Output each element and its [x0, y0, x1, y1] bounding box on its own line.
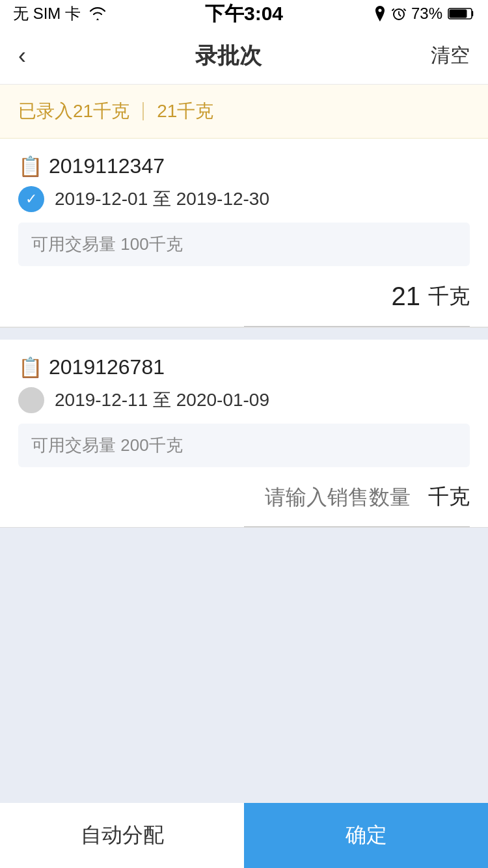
info-divider — [142, 102, 144, 120]
status-left: 无 SIM 卡 — [13, 3, 108, 24]
available-text-2: 可用交易量 200千克 — [31, 435, 183, 455]
radio-button-2[interactable] — [18, 387, 44, 413]
batch-id-2: 2019126781 — [49, 355, 165, 379]
location-icon — [373, 6, 386, 21]
available-text-1: 可用交易量 100千克 — [31, 234, 183, 254]
page-title: 录批次 — [195, 41, 262, 71]
batch-header-1: 📋 2019112347 — [18, 154, 470, 178]
wifi-icon — [87, 7, 108, 21]
quantity-value-1: 21 — [392, 282, 421, 311]
section-divider — [0, 328, 488, 340]
status-right: 73% — [373, 5, 475, 23]
batch-date-row-2[interactable]: 2019-12-11 至 2020-01-09 — [18, 387, 470, 413]
batch-date-row-1[interactable]: ✓ 2019-12-01 至 2019-12-30 — [18, 186, 470, 212]
available-box-2: 可用交易量 200千克 — [18, 424, 470, 467]
battery-percent: 73% — [411, 5, 442, 23]
batch-item-2: 📋 2019126781 2019-12-11 至 2020-01-09 可用交… — [0, 340, 488, 467]
confirm-button[interactable]: 确定 — [244, 803, 488, 868]
batch-date-1: 2019-12-01 至 2019-12-30 — [55, 187, 269, 211]
back-button[interactable]: ‹ — [18, 44, 26, 68]
total-value: 21千克 — [157, 99, 213, 124]
quantity-unit-1: 千克 — [428, 282, 470, 311]
quantity-row-1: 21 千克 — [0, 266, 488, 328]
radio-button-1[interactable]: ✓ — [18, 186, 44, 212]
available-box-1: 可用交易量 100千克 — [18, 223, 470, 266]
batch-doc-icon-2: 📋 — [18, 356, 42, 379]
status-time: 下午3:04 — [205, 1, 283, 27]
quantity-input-2[interactable] — [159, 485, 420, 509]
bottom-buttons: 自动分配 确定 — [0, 803, 488, 868]
recorded-info: 已录入21千克 — [18, 99, 129, 124]
input-underline — [244, 526, 470, 527]
nav-bar: ‹ 录批次 清空 — [0, 27, 488, 85]
quantity-unit-2: 千克 — [428, 483, 470, 511]
info-banner: 已录入21千克 21千克 — [0, 85, 488, 139]
batch-header-2: 📋 2019126781 — [18, 355, 470, 379]
batch-item-1: 📋 2019112347 ✓ 2019-12-01 至 2019-12-30 可… — [0, 139, 488, 266]
no-sim-text: 无 SIM 卡 — [13, 3, 81, 24]
status-bar: 无 SIM 卡 下午3:04 73% — [0, 0, 488, 27]
battery-icon — [448, 7, 475, 21]
clear-button[interactable]: 清空 — [431, 42, 470, 69]
checkmark-icon: ✓ — [25, 191, 37, 208]
batch-id-1: 2019112347 — [49, 154, 165, 178]
batch-date-2: 2019-12-11 至 2020-01-09 — [55, 388, 269, 413]
alarm-icon — [392, 6, 406, 21]
qty-underline-1 — [244, 326, 470, 327]
auto-distribute-button[interactable]: 自动分配 — [0, 803, 244, 868]
quantity-input-row-2: 千克 — [0, 467, 488, 528]
batch-doc-icon-1: 📋 — [18, 155, 42, 178]
svg-rect-2 — [450, 10, 467, 18]
